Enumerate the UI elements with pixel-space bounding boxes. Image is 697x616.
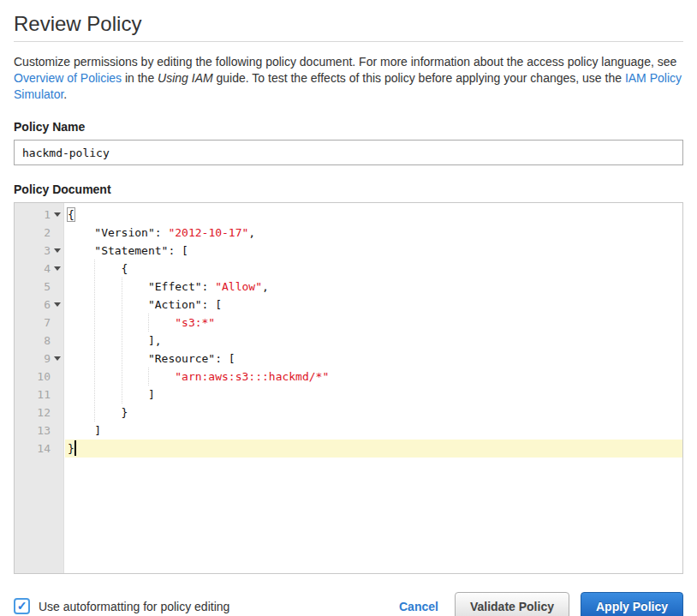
intro-text: Customize permissions by editing the fol…	[14, 54, 683, 103]
code-line: ]	[68, 422, 682, 440]
validate-policy-button[interactable]: Validate Policy	[455, 592, 569, 616]
gutter-line-number: 12	[15, 404, 63, 422]
autoformat-checkbox[interactable]: ✓	[14, 598, 30, 614]
footer-bar: ✓ Use autoformatting for policy editing …	[14, 592, 683, 616]
gutter-line-number: 13	[15, 422, 63, 440]
policy-name-label: Policy Name	[14, 120, 683, 134]
gutter-line-number: 3	[15, 242, 63, 260]
autoformat-checkbox-label: Use autoformatting for policy editing	[39, 600, 229, 613]
cancel-link[interactable]: Cancel	[399, 600, 438, 613]
check-icon: ✓	[17, 600, 27, 612]
code-line: }	[68, 440, 682, 458]
fold-arrow-icon[interactable]	[51, 350, 63, 368]
intro-text-3: guide. To test the effects of this polic…	[213, 71, 625, 85]
gutter-line-number: 4	[15, 260, 63, 278]
code-line: {	[68, 260, 682, 278]
policy-document-editor[interactable]: 1234567891011121314 { "Version": "2012-1…	[14, 202, 683, 574]
gutter-line-number: 7	[15, 314, 63, 332]
gutter-line-number: 8	[15, 332, 63, 350]
gutter-line-number: 14	[15, 440, 63, 458]
code-line: "Statement": [	[68, 242, 682, 260]
policy-name-input[interactable]	[14, 140, 683, 165]
gutter-line-number: 10	[15, 368, 63, 386]
overview-of-policies-link[interactable]: Overview of Policies	[14, 71, 122, 85]
intro-text-4: .	[63, 87, 67, 101]
fold-arrow-icon[interactable]	[51, 260, 63, 278]
intro-text-1: Customize permissions by editing the fol…	[14, 55, 676, 69]
text-cursor	[74, 440, 76, 456]
code-line: ],	[68, 332, 682, 350]
code-line: "Action": [	[68, 296, 682, 314]
guide-name: Using IAM	[158, 71, 213, 85]
code-line: {	[68, 206, 682, 224]
apply-policy-button[interactable]: Apply Policy	[581, 592, 683, 616]
code-line: }	[68, 404, 682, 422]
page-title: Review Policy	[14, 12, 683, 36]
footer-actions: Cancel Validate Policy Apply Policy	[399, 592, 683, 616]
gutter-line-number: 2	[15, 224, 63, 242]
review-policy-page: Review Policy Customize permissions by e…	[0, 12, 697, 616]
gutter-line-number: 11	[15, 386, 63, 404]
gutter-line-number: 5	[15, 278, 63, 296]
intro-text-2: in the	[122, 71, 158, 85]
code-line: "arn:aws:s3:::hackmd/*"	[68, 368, 682, 386]
gutter-line-number: 6	[15, 296, 63, 314]
code-line: "s3:*"	[68, 314, 682, 332]
fold-arrow-icon[interactable]	[51, 206, 63, 224]
editor-gutter: 1234567891011121314	[15, 203, 64, 573]
fold-arrow-icon[interactable]	[51, 296, 63, 314]
title-divider	[14, 41, 683, 42]
code-line: ]	[68, 386, 682, 404]
editor-code-area: { "Version": "2012-10-17", "Statement": …	[65, 203, 682, 573]
gutter-line-number: 1	[15, 206, 63, 224]
code-line: "Resource": [	[68, 350, 682, 368]
policy-document-label: Policy Document	[14, 182, 683, 196]
code-line: "Version": "2012-10-17",	[68, 224, 682, 242]
code-line: "Effect": "Allow",	[68, 278, 682, 296]
autoformat-checkbox-row[interactable]: ✓ Use autoformatting for policy editing	[14, 598, 229, 614]
gutter-line-number: 9	[15, 350, 63, 368]
fold-arrow-icon[interactable]	[51, 242, 63, 260]
